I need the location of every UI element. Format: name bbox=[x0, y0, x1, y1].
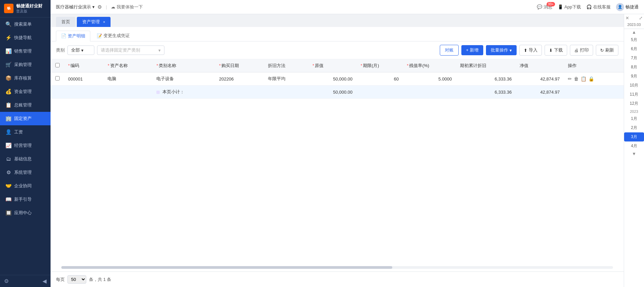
panel-nav-down[interactable]: ▼ bbox=[624, 151, 644, 157]
page-size-select[interactable]: 50 100 bbox=[67, 275, 86, 284]
month-4月[interactable]: 4月 bbox=[624, 141, 644, 151]
collapse-icon[interactable]: ◀ bbox=[42, 278, 47, 284]
sidebar-item-search[interactable]: 🔍搜索菜单 bbox=[0, 18, 51, 31]
sidebar-nav: 🔍搜索菜单⚡快捷导航📊销售管理🛒采购管理📦库存核算💰资金管理📋总账管理🏢固定资产… bbox=[0, 18, 51, 275]
search-icon: 🔍 bbox=[5, 21, 11, 27]
change-voucher-icon: 📝 bbox=[97, 33, 102, 38]
col-period: *期限(月) bbox=[357, 59, 403, 72]
download2-icon: ⬇ bbox=[549, 48, 553, 53]
sidebar-label-appcenter: 应用中心 bbox=[14, 210, 32, 216]
logo-icon: 畅 bbox=[4, 4, 13, 13]
month-11月[interactable]: 11月 bbox=[624, 90, 644, 99]
month-8月[interactable]: 8月 bbox=[624, 63, 644, 72]
month-6月[interactable]: 6月 bbox=[624, 44, 644, 54]
edit-icon-0[interactable]: ✏ bbox=[568, 76, 572, 82]
reconcile-btn[interactable]: 对账 bbox=[440, 45, 459, 56]
month-2月[interactable]: 2月 bbox=[624, 123, 644, 132]
right-panel-expand-icon[interactable]: ⤢ bbox=[639, 15, 643, 21]
messages-btn[interactable]: 💬 消息 99+ bbox=[537, 4, 552, 10]
sidebar-label-quicknav: 快捷导航 bbox=[14, 35, 32, 41]
sub-tab-asset-detail[interactable]: 📄 资产明细 bbox=[56, 31, 90, 41]
sidebar-item-basicinfo[interactable]: 🗂基础信息 bbox=[0, 152, 51, 166]
avatar: 👤 bbox=[616, 3, 624, 11]
sidebar-item-operations[interactable]: 📈经营管理 bbox=[0, 139, 51, 152]
sidebar-label-inventory: 库存核算 bbox=[14, 75, 32, 81]
delete-icon-0[interactable]: 🗑 bbox=[574, 76, 579, 82]
cell-name-0: 电脑 bbox=[103, 72, 152, 86]
toolbar: 类别 全部 ▾ 请选择固定资产类别 ▾ 对账 + 新增 bbox=[51, 41, 624, 59]
month-9月[interactable]: 9月 bbox=[624, 72, 644, 81]
experience-btn[interactable]: ☁ 我要体验一下 bbox=[111, 4, 143, 10]
col-original-value: *原值 bbox=[308, 59, 357, 72]
col-name: *资产名称 bbox=[103, 59, 152, 72]
tab-home[interactable]: 首页 bbox=[56, 17, 75, 27]
import-btn[interactable]: ⬆ 导入 bbox=[519, 45, 542, 56]
refresh-btn[interactable]: ↻ 刷新 bbox=[596, 45, 618, 56]
sidebar-item-fixedassets[interactable]: 🏢固定资产 bbox=[0, 112, 51, 125]
batch-btn[interactable]: 批量操作 ▾ bbox=[486, 45, 517, 55]
panel-nav-up[interactable]: ▲ bbox=[624, 29, 644, 35]
asset-detail-icon: 📄 bbox=[61, 33, 66, 38]
horizontal-scrollbar-area bbox=[51, 263, 624, 272]
table-row: 000001 电脑 电子设备 202206 年限平均 50,000.00 60 … bbox=[51, 72, 624, 86]
finance-icon: 💰 bbox=[5, 89, 11, 95]
scrollbar-thumb[interactable] bbox=[61, 266, 392, 269]
sub-tabs: 📄 资产明细 📝 变更生成凭证 bbox=[51, 27, 624, 41]
import-icon: ⬆ bbox=[524, 48, 527, 53]
category-select[interactable]: 全部 ▾ bbox=[67, 45, 94, 55]
app-download-btn[interactable]: 📱 App下载 bbox=[558, 4, 581, 10]
refresh-icon: ↻ bbox=[600, 48, 604, 53]
online-service-btn[interactable]: 🎧 在线客服 bbox=[586, 4, 611, 10]
row-checkbox-0[interactable] bbox=[51, 72, 64, 86]
right-panel-year: 2023.03 bbox=[624, 21, 644, 29]
user-menu[interactable]: 👤 畅捷通 bbox=[616, 3, 639, 11]
lock-icon-0[interactable]: 🔒 bbox=[588, 76, 594, 82]
download-btn[interactable]: ⬇ 下载 bbox=[545, 45, 567, 56]
sidebar-item-ledger[interactable]: 📋总账管理 bbox=[0, 98, 51, 112]
print-btn[interactable]: 🖨 打印 bbox=[570, 45, 593, 56]
cell-initial-dep-0: 6,333.36 bbox=[456, 72, 516, 86]
right-panel-months: 5月6月7月8月9月10月11月12月20231月2月3月4月 bbox=[624, 35, 644, 151]
col-code: *编码 bbox=[64, 59, 103, 72]
sub-tab-change-voucher[interactable]: 📝 变更生成凭证 bbox=[92, 30, 135, 41]
sidebar-item-payroll[interactable]: 👤工资 bbox=[0, 125, 51, 139]
copy-icon-0[interactable]: 📋 bbox=[581, 76, 586, 82]
fixedassets-icon: 🏢 bbox=[5, 116, 11, 122]
detail-select-arrow-icon: ▾ bbox=[158, 48, 161, 53]
month-5月[interactable]: 5月 bbox=[624, 35, 644, 44]
new-btn[interactable]: + 新增 bbox=[461, 45, 483, 55]
sidebar-item-sales[interactable]: 📊销售管理 bbox=[0, 44, 51, 58]
sidebar-item-collab[interactable]: 🤝企业协同 bbox=[0, 179, 51, 193]
month-12月[interactable]: 12月 bbox=[624, 99, 644, 108]
month-7月[interactable]: 7月 bbox=[624, 54, 644, 63]
sidebar-item-inventory[interactable]: 📦库存核算 bbox=[0, 71, 51, 85]
sidebar-item-appcenter[interactable]: 🔲应用中心 bbox=[0, 206, 51, 220]
right-panel-close-icon[interactable]: ✕ bbox=[625, 15, 629, 21]
payroll-icon: 👤 bbox=[5, 129, 11, 135]
month-3月[interactable]: 3月 bbox=[624, 132, 644, 141]
sidebar-item-guide[interactable]: 📖新手引导 bbox=[0, 193, 51, 206]
select-all-checkbox[interactable] bbox=[55, 63, 60, 67]
horizontal-scrollbar[interactable] bbox=[61, 266, 613, 269]
cell-original-value-0: 50,000.00 bbox=[308, 72, 357, 86]
tab-close-icon[interactable]: × bbox=[103, 20, 105, 24]
month-1月[interactable]: 1月 bbox=[624, 114, 644, 123]
right-panel: ✕ ⤢ 2023.03 ▲ 5月6月7月8月9月10月11月12月20231月2… bbox=[624, 14, 644, 287]
settings-icon[interactable]: ⚙ bbox=[4, 278, 9, 284]
content-wrapper: 首页 资产管理 × 📄 资产明细 📝 变更生成凭证 bbox=[51, 14, 644, 287]
month-10月[interactable]: 10月 bbox=[624, 81, 644, 90]
tab-assets[interactable]: 资产管理 × bbox=[77, 17, 111, 27]
sidebar-item-quicknav[interactable]: ⚡快捷导航 bbox=[0, 31, 51, 44]
settings-gear-icon[interactable]: ⚙ bbox=[97, 4, 102, 10]
category-detail-select[interactable]: 请选择固定资产类别 ▾ bbox=[97, 45, 164, 55]
messages-badge: 99+ bbox=[547, 2, 555, 6]
company-selector[interactable]: 医疗器械行业演示 ▾ bbox=[56, 4, 95, 10]
sidebar-item-finance[interactable]: 💰资金管理 bbox=[0, 85, 51, 98]
sidebar-item-system[interactable]: ⚙系统管理 bbox=[0, 166, 51, 179]
app-version: 普及版 bbox=[16, 9, 42, 14]
col-initial-dep: 期初累计折旧 bbox=[456, 59, 516, 72]
col-residual-rate: *残值率(%) bbox=[403, 59, 456, 72]
pagination-bar: 每页 50 100 条，共 1 条 bbox=[51, 272, 624, 287]
col-category: *类别名称 bbox=[152, 59, 215, 72]
sidebar-item-purchase[interactable]: 🛒采购管理 bbox=[0, 58, 51, 71]
